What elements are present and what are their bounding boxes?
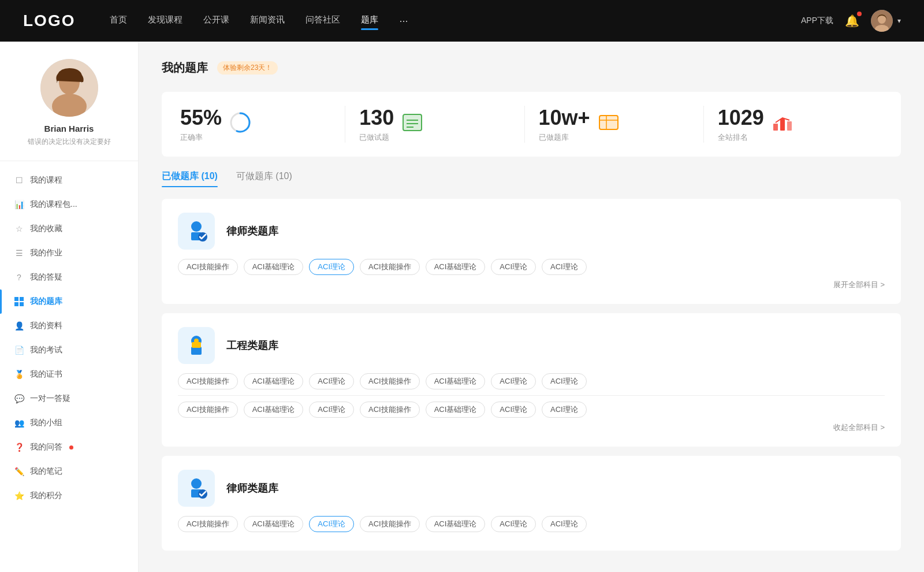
sidebar-item-courses[interactable]: ☐ 我的课程: [0, 168, 138, 192]
tag-item[interactable]: ACI理论: [491, 402, 536, 418]
sidebar-item-tutoring[interactable]: 💬 一对一答疑: [0, 387, 138, 411]
stat-done-banks: 10w+ 已做题库: [525, 106, 704, 143]
nav-more[interactable]: ···: [399, 15, 408, 27]
user-avatar-menu[interactable]: ▾: [871, 10, 901, 32]
group-icon: 👥: [14, 418, 24, 428]
nav-news[interactable]: 新闻资讯: [250, 14, 285, 28]
sidebar-item-points[interactable]: ⭐ 我的积分: [0, 484, 138, 508]
avatar-dropdown-icon: ▾: [897, 17, 901, 25]
profile-name: Brian Harris: [44, 124, 94, 133]
logo[interactable]: LOGO: [23, 12, 75, 30]
tag-item[interactable]: ACI基础理论: [426, 516, 486, 532]
tag-item[interactable]: ACI基础理论: [426, 259, 486, 275]
stat-done-questions: 130 已做试题: [345, 106, 524, 143]
sidebar-item-exam[interactable]: 📄 我的考试: [0, 338, 138, 362]
tag-item[interactable]: ACI理论: [542, 373, 587, 389]
tag-item[interactable]: ACI基础理论: [244, 402, 304, 418]
sidebar-item-homework[interactable]: ☰ 我的作业: [0, 241, 138, 265]
tab-done-banks[interactable]: 已做题库 (10): [162, 170, 218, 187]
svg-rect-23: [787, 121, 792, 131]
tag-item[interactable]: ACI基础理论: [244, 373, 304, 389]
sidebar-item-cert[interactable]: 🏅 我的证书: [0, 362, 138, 387]
svg-rect-21: [773, 124, 778, 131]
tag-item-active[interactable]: ACI理论: [309, 259, 354, 275]
tag-item[interactable]: ACI技能操作: [178, 259, 238, 275]
tag-item-active[interactable]: ACI理论: [309, 516, 354, 532]
tag-item[interactable]: ACI技能操作: [360, 259, 420, 275]
qbank-icon-engineering: [178, 327, 215, 364]
tag-item[interactable]: ACI技能操作: [360, 373, 420, 389]
nav-links: 首页 发现课程 公开课 新闻资讯 问答社区 题库 ···: [110, 14, 801, 28]
qbank-title-engineering: 工程类题库: [226, 339, 278, 352]
done-q-label: 已做试题: [359, 132, 394, 143]
sidebar-item-notes[interactable]: ✏️ 我的笔记: [0, 459, 138, 484]
grid-icon: [14, 296, 24, 307]
sidebar-item-qa[interactable]: ? 我的答疑: [0, 265, 138, 289]
tag-item[interactable]: ACI基础理论: [244, 259, 304, 275]
done-b-number: 10w+: [539, 106, 590, 130]
svg-rect-8: [14, 302, 18, 306]
tag-item[interactable]: ACI技能操作: [178, 516, 238, 532]
sidebar-item-qbank[interactable]: 我的题库: [0, 289, 138, 314]
navbar-right: APP下载 🔔 ▾: [801, 10, 901, 32]
expand-link-lawyer[interactable]: 展开全部科目 >: [178, 280, 885, 290]
tag-item[interactable]: ACI理论: [309, 373, 354, 389]
doc-icon: ☰: [14, 248, 24, 258]
stat-accuracy: 55% 正确率: [180, 106, 345, 143]
svg-rect-9: [20, 302, 24, 306]
notification-bell[interactable]: 🔔: [845, 14, 859, 28]
svg-rect-6: [14, 297, 18, 301]
collapse-link-engineering[interactable]: 收起全部科目 >: [178, 422, 885, 433]
nav-qbank[interactable]: 题库: [361, 14, 378, 28]
sidebar-profile: Brian Harris 错误的决定比没有决定要好: [0, 59, 138, 161]
qbank-divider: [178, 395, 885, 396]
svg-rect-30: [194, 339, 199, 343]
qbank-tags-lawyer2: ACI技能操作 ACI基础理论 ACI理论 ACI技能操作 ACI基础理论 AC…: [178, 516, 885, 532]
nav-discover[interactable]: 发现课程: [148, 14, 182, 28]
sidebar-item-coursepack[interactable]: 📊 我的课程包...: [0, 192, 138, 217]
qbank-tags-lawyer: ACI技能操作 ACI基础理论 ACI理论 ACI技能操作 ACI基础理论 AC…: [178, 259, 885, 275]
sidebar-item-myqa[interactable]: ❓ 我的问答: [0, 435, 138, 459]
tag-item[interactable]: ACI理论: [491, 259, 536, 275]
svg-rect-12: [403, 114, 422, 131]
tag-item[interactable]: ACI理论: [491, 373, 536, 389]
tag-item[interactable]: ACI基础理论: [426, 402, 486, 418]
tab-available-banks[interactable]: 可做题库 (10): [236, 170, 292, 187]
qbank-title-lawyer: 律师类题库: [226, 224, 278, 238]
tag-item[interactable]: ACI基础理论: [244, 516, 304, 532]
nav-opencourse[interactable]: 公开课: [203, 14, 229, 28]
tag-item[interactable]: ACI理论: [491, 516, 536, 532]
nav-qa[interactable]: 问答社区: [305, 14, 340, 28]
qbank-header-engineering: 工程类题库: [178, 327, 885, 364]
page-header: 我的题库 体验剩余23天！: [162, 60, 901, 76]
sidebar-menu: ☐ 我的课程 📊 我的课程包... ☆ 我的收藏 ☰ 我的作业 ? 我的答疑: [0, 161, 138, 515]
accuracy-icon: [230, 112, 251, 137]
question-icon: ?: [14, 272, 24, 283]
star-icon: ☆: [14, 224, 24, 234]
qbank-card-lawyer: 律师类题库 ACI技能操作 ACI基础理论 ACI理论 ACI技能操作 ACI基…: [162, 199, 901, 304]
app-download-link[interactable]: APP下载: [801, 16, 833, 26]
tag-item[interactable]: ACI技能操作: [360, 516, 420, 532]
nav-home[interactable]: 首页: [110, 14, 127, 28]
tag-item[interactable]: ACI基础理论: [426, 373, 486, 389]
page-body: Brian Harris 错误的决定比没有决定要好 ☐ 我的课程 📊 我的课程包…: [0, 42, 924, 572]
qa-icon: ❓: [14, 442, 24, 452]
tag-item[interactable]: ACI理论: [542, 402, 587, 418]
navbar: LOGO 首页 发现课程 公开课 新闻资讯 问答社区 题库 ··· APP下载 …: [0, 0, 924, 42]
trial-badge: 体验剩余23天！: [217, 61, 278, 75]
done-q-icon: [402, 112, 423, 137]
qbank-icon-lawyer2: [178, 470, 215, 507]
qbank-title-lawyer2: 律师类题库: [226, 481, 278, 495]
tag-item[interactable]: ACI理论: [309, 402, 354, 418]
accuracy-number: 55%: [180, 106, 222, 130]
sidebar-item-group[interactable]: 👥 我的小组: [0, 411, 138, 435]
main-content: 我的题库 体验剩余23天！ 55% 正确率 130: [139, 42, 924, 572]
tag-item[interactable]: ACI理论: [542, 516, 587, 532]
sidebar-item-favorites[interactable]: ☆ 我的收藏: [0, 217, 138, 241]
tag-item[interactable]: ACI技能操作: [360, 402, 420, 418]
profile-avatar: [40, 59, 98, 117]
tag-item[interactable]: ACI技能操作: [178, 373, 238, 389]
sidebar-item-profile[interactable]: 👤 我的资料: [0, 314, 138, 338]
tag-item[interactable]: ACI技能操作: [178, 402, 238, 418]
tag-item[interactable]: ACI理论: [542, 259, 587, 275]
